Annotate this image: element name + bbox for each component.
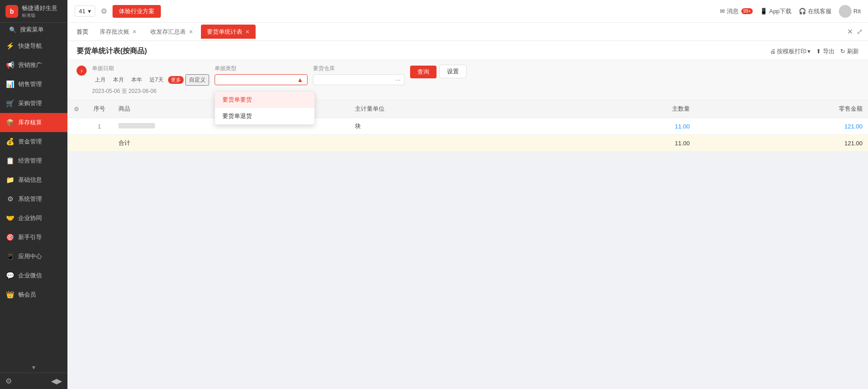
messages-button[interactable]: ✉ 消息 99+ bbox=[720, 7, 753, 15]
search-menu[interactable]: 🔍 搜索菜单 bbox=[0, 23, 67, 36]
operations-icon: 📋 bbox=[5, 156, 15, 165]
purchase-label: 采购管理 bbox=[18, 99, 42, 107]
sidebar-item-system[interactable]: ⚙ 系统管理 bbox=[0, 189, 67, 209]
col-qty: 主数量 bbox=[552, 100, 695, 118]
sidebar-item-appstore[interactable]: 📱 应用中心 bbox=[0, 247, 67, 266]
sidebar-item-quick-nav[interactable]: ⚡ 快捷导航 bbox=[0, 36, 67, 56]
order-type-chevron-up-icon: ▲ bbox=[297, 76, 303, 83]
settings-icon[interactable]: ⚙ bbox=[5, 377, 12, 385]
sidebar-item-wechat[interactable]: 💬 企业微信 bbox=[0, 266, 67, 285]
service-icon: 🎧 bbox=[799, 8, 806, 15]
export-button[interactable]: ⬆ 导出 bbox=[816, 47, 835, 56]
order-type-input[interactable] bbox=[219, 77, 295, 83]
sidebar-item-member[interactable]: 👑 畅会员 bbox=[0, 285, 67, 304]
basic-label: 基础信息 bbox=[18, 176, 42, 184]
sidebar-item-guide[interactable]: 🎯 新手引导 bbox=[0, 228, 67, 247]
tab-receivable-summary[interactable]: 收发存汇总表 ✕ bbox=[144, 25, 199, 39]
tab-requisition-stats[interactable]: 要货单统计表 ✕ bbox=[201, 25, 256, 39]
refresh-button[interactable]: ↻ 刷新 bbox=[840, 47, 859, 56]
order-type-select[interactable]: ▲ bbox=[215, 74, 308, 85]
app-download-button[interactable]: 📱 App下载 bbox=[760, 7, 791, 15]
filter-bar: › 单据日期 上月 本月 本年 近7天 更多 自定义 20 bbox=[67, 60, 868, 100]
preset-more[interactable]: 更多 bbox=[168, 76, 184, 84]
tab-batch-account[interactable]: 库存批次账 ✕ bbox=[94, 25, 143, 39]
preset-last-month[interactable]: 上月 bbox=[92, 75, 108, 85]
collapse-icon[interactable]: ◀▶ bbox=[51, 377, 62, 385]
print-dropdown-icon: ▾ bbox=[807, 48, 811, 55]
sidebar-bottom: ⚙ ◀▶ bbox=[0, 373, 67, 389]
sidebar-item-purchase[interactable]: 🛒 采购管理 bbox=[0, 94, 67, 113]
cell-unit: 块 bbox=[349, 118, 552, 135]
preset-this-year[interactable]: 本年 bbox=[128, 75, 145, 85]
page-title-bar: 要货单统计表(按商品) 🖨 按模板打印 ▾ ⬆ 导出 ↻ 刷新 bbox=[67, 41, 868, 60]
summary-label: 合计 bbox=[113, 135, 349, 152]
sidebar-item-finance[interactable]: 💰 资金管理 bbox=[0, 132, 67, 151]
data-table: ⚙ 序号 商品 主计量单位 主数量 零售金额 1 bbox=[67, 100, 868, 152]
trial-button[interactable]: 体验行业方案 bbox=[113, 5, 161, 18]
cell-amount[interactable]: 121.00 bbox=[695, 118, 868, 135]
preset-this-month[interactable]: 本月 bbox=[110, 75, 127, 85]
sidebar-item-basic[interactable]: 📁 基础信息 bbox=[0, 170, 67, 189]
filter-expand-button[interactable]: › bbox=[77, 66, 87, 76]
query-button[interactable]: 查询 bbox=[410, 66, 437, 78]
user-menu[interactable]: Rit bbox=[839, 5, 861, 18]
warehouse-more-icon: ··· bbox=[395, 76, 401, 83]
header-gear-button[interactable]: ⚙ bbox=[101, 7, 107, 15]
sidebar: b 畅捷通好生意 标准版 🔍 搜索菜单 ⚡ 快捷导航 📢 营销推广 📊 销售管理… bbox=[0, 0, 67, 389]
page-title: 要货单统计表(按商品) bbox=[77, 46, 147, 56]
tab-requisition-stats-close[interactable]: ✕ bbox=[245, 29, 250, 35]
quick-nav-icon: ⚡ bbox=[5, 41, 15, 51]
company-selector[interactable]: 41 ▾ bbox=[75, 5, 95, 17]
sidebar-item-enterprise[interactable]: 🤝 企业协同 bbox=[0, 209, 67, 228]
warehouse-input[interactable] bbox=[317, 77, 394, 83]
sidebar-item-inventory[interactable]: 📦 库存核算 bbox=[0, 113, 67, 132]
summary-empty-2 bbox=[86, 135, 113, 152]
cell-qty[interactable]: 11.00 bbox=[552, 118, 695, 135]
app-version: 标准版 bbox=[22, 12, 57, 19]
logo-icon: b bbox=[5, 5, 18, 18]
operations-label: 经营管理 bbox=[18, 157, 42, 165]
guide-label: 新手引导 bbox=[18, 233, 42, 241]
finance-icon: 💰 bbox=[5, 137, 15, 146]
app-logo: b 畅捷通好生意 标准版 bbox=[0, 0, 67, 23]
tab-home[interactable]: 首页 bbox=[73, 25, 92, 39]
filter-settings-button[interactable]: 设置 bbox=[439, 65, 467, 78]
online-service-button[interactable]: 🎧 在线客服 bbox=[799, 7, 832, 15]
dropdown-item-return[interactable]: 要货单退货 bbox=[215, 108, 314, 124]
user-name: Rit bbox=[853, 8, 861, 15]
table-settings-icon[interactable]: ⚙ bbox=[74, 106, 79, 113]
print-label: 按模板打印 bbox=[777, 47, 806, 56]
warehouse-select[interactable]: ··· bbox=[313, 74, 405, 85]
sidebar-scroll-down[interactable]: ▼ bbox=[0, 363, 67, 373]
col-unit: 主计量单位 bbox=[349, 100, 552, 118]
tab-batch-account-label: 库存批次账 bbox=[100, 28, 129, 36]
logo-text-block: 畅捷通好生意 标准版 bbox=[22, 4, 57, 19]
expand-icon[interactable]: ⤢ bbox=[857, 27, 863, 36]
dropdown-item-requisition[interactable]: 要货单要货 bbox=[215, 92, 314, 108]
tab-receivable-summary-close[interactable]: ✕ bbox=[189, 29, 193, 35]
close-all-icon[interactable]: ✕ bbox=[847, 27, 853, 36]
print-icon: 🖨 bbox=[770, 48, 776, 55]
sidebar-item-marketing[interactable]: 📢 营销推广 bbox=[0, 56, 67, 75]
print-button[interactable]: 🖨 按模板打印 ▾ bbox=[770, 47, 811, 56]
page-inner: 要货单统计表(按商品) 🖨 按模板打印 ▾ ⬆ 导出 ↻ 刷新 bbox=[67, 41, 868, 152]
summary-empty-1 bbox=[67, 135, 86, 152]
date-filter-row: 上月 本月 本年 近7天 更多 自定义 bbox=[92, 74, 209, 86]
summary-empty-3 bbox=[349, 135, 552, 152]
preset-custom[interactable]: 自定义 bbox=[185, 74, 209, 86]
tab-requisition-stats-label: 要货单统计表 bbox=[207, 28, 242, 36]
refresh-label: 刷新 bbox=[847, 47, 859, 56]
message-icon: ✉ bbox=[720, 8, 725, 15]
filter-actions: 查询 设置 bbox=[410, 65, 467, 79]
header-right: ✉ 消息 99+ 📱 App下载 🎧 在线客服 Rit bbox=[720, 5, 861, 18]
preset-last-7-days[interactable]: 近7天 bbox=[147, 75, 166, 85]
main-content: 41 ▾ ⚙ 体验行业方案 ✉ 消息 99+ 📱 App下载 🎧 在线客服 R bbox=[67, 0, 868, 389]
tab-batch-account-close[interactable]: ✕ bbox=[132, 29, 137, 35]
inventory-icon: 📦 bbox=[5, 118, 15, 127]
company-dropdown-icon: ▾ bbox=[88, 8, 91, 15]
system-icon: ⚙ bbox=[5, 194, 15, 204]
sidebar-item-sales[interactable]: 📊 销售管理 bbox=[0, 75, 67, 94]
sidebar-item-operations[interactable]: 📋 经营管理 bbox=[0, 151, 67, 170]
sales-label: 销售管理 bbox=[18, 80, 42, 88]
app-name: 畅捷通好生意 bbox=[22, 4, 57, 12]
